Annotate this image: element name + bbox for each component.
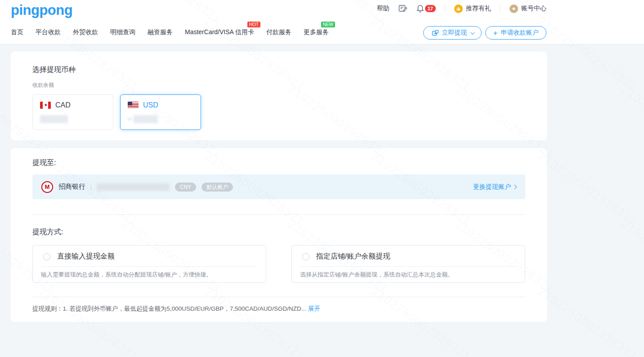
withdraw-icon [432, 30, 439, 36]
main-nav: 首页 平台收款 外贸收款 明细查询 融资服务 MasterCard/VISA 信… [11, 21, 329, 44]
masked-balance-cad [40, 115, 106, 123]
cmb-bank-logo: M [41, 181, 53, 193]
nav-item-payment[interactable]: 付款服务 [266, 28, 291, 36]
new-badge: NEW [321, 22, 335, 27]
bank-name: 招商银行 [58, 183, 85, 191]
withdraw-to-title: 提现至: [32, 158, 56, 168]
currency-select-card: 选择提现币种 收款余额 CAD USD [11, 52, 547, 140]
nav-item-detail-query[interactable]: 明细查询 [110, 28, 135, 36]
divider [500, 5, 501, 12]
divider [445, 5, 445, 12]
nav-item-credit-card-label: MasterCard/VISA 信用卡 [185, 28, 254, 36]
bell-icon [416, 4, 424, 13]
withdraw-method-title: 提现方式: [32, 228, 63, 237]
change-account-link[interactable]: 更换提现账户 [473, 183, 516, 191]
thumbs-up-icon [454, 4, 463, 13]
account-center-label: 账号中心 [521, 4, 546, 13]
top-header: pingpong 帮助 17 [0, 0, 644, 45]
header-utilities: 帮助 17 [377, 3, 546, 14]
section-divider [32, 214, 525, 215]
expand-link[interactable]: 展开 [308, 305, 320, 312]
rules-text: 1. 若提现到外币账户，最低起提金额为5,000USD/EUR/GBP，7,50… [63, 305, 307, 312]
apply-account-button[interactable]: + 申请收款账户 [485, 26, 546, 40]
nav-item-financing[interactable]: 融资服务 [148, 28, 173, 36]
withdraw-page: pingpong 帮助 17 [0, 0, 644, 357]
pingpong-logo[interactable]: pingpong [11, 2, 72, 18]
default-account-tag: 默认账户 [201, 183, 233, 192]
nav-item-home[interactable]: 首页 [11, 28, 23, 36]
method-specify-desc: 选择从指定店铺/账户余额提现，系统自动汇总本次总金额。 [292, 267, 525, 279]
nav-item-platform-collection[interactable]: 平台收款 [36, 28, 61, 36]
referral-link[interactable]: 推荐有礼 [454, 4, 491, 13]
bank-account-row: M 招商银行 CNY 默认账户 更换提现账户 [32, 174, 525, 199]
account-center-link[interactable]: ★ 账号中心 [510, 4, 546, 13]
nav-item-more-services-label: 更多服务 [304, 28, 329, 36]
masked-account-number [97, 183, 170, 191]
method-direct-desc: 输入需要提现的总金额，系统自动分配提现店铺/账户，方便快捷。 [33, 267, 266, 279]
radio-specified-balance[interactable] [302, 253, 309, 260]
rules-label: 提现规则： [32, 305, 63, 312]
hot-badge: HOT [247, 22, 260, 27]
withdraw-rules: 提现规则：1. 若提现到外币账户，最低起提金额为5,000USD/EUR/GBP… [32, 305, 320, 313]
plus-icon: + [493, 29, 498, 37]
balance-label: 收款余额 [32, 81, 54, 89]
notification-count-badge: 17 [425, 5, 436, 12]
canada-flag-icon [40, 102, 51, 109]
chevron-right-icon [513, 185, 517, 189]
radio-direct-amount[interactable] [43, 253, 50, 260]
method-direct-title: 直接输入提现金额 [57, 252, 115, 261]
feedback-edit-icon[interactable] [398, 4, 407, 13]
divider [91, 183, 91, 191]
usa-flag-icon [128, 102, 139, 109]
currency-option-usd[interactable]: USD [120, 94, 201, 130]
withdraw-detail-card: 提现至: M 招商银行 CNY 默认账户 更换提现账户 提现方式: 直接输入提现… [11, 148, 547, 322]
star-icon: ★ [510, 4, 518, 13]
method-option-specified-balance[interactable]: 指定店铺/账户余额提现 选择从指定店铺/账户余额提现，系统自动汇总本次总金额。 [291, 245, 525, 283]
withdraw-now-label: 立即提现 [442, 29, 467, 37]
notification-bell[interactable]: 17 [416, 4, 436, 13]
currency-code-usd: USD [143, 101, 158, 109]
help-link[interactable]: 帮助 [377, 4, 389, 13]
currency-option-cad[interactable]: CAD [32, 94, 113, 130]
change-account-label: 更换提现账户 [473, 183, 511, 191]
withdraw-now-button[interactable]: 立即提现 [423, 26, 482, 40]
currency-tag: CNY [175, 183, 196, 192]
method-option-direct-amount[interactable]: 直接输入提现金额 输入需要提现的总金额，系统自动分配提现店铺/账户，方便快捷。 [32, 245, 266, 283]
nav-item-more-services[interactable]: 更多服务 NEW [304, 28, 329, 36]
nav-item-foreign-trade[interactable]: 外贸收款 [73, 28, 98, 36]
referral-label: 推荐有礼 [466, 4, 491, 13]
apply-account-label: 申请收款账户 [501, 29, 538, 37]
currency-code-cad: CAD [55, 101, 71, 109]
currency-section-title: 选择提现币种 [32, 65, 76, 75]
section-divider [32, 297, 525, 297]
chevron-down-icon [470, 30, 474, 35]
nav-item-credit-card[interactable]: MasterCard/VISA 信用卡 HOT [185, 28, 254, 36]
method-specify-title: 指定店铺/账户余额提现 [316, 252, 390, 261]
masked-balance-usd [128, 115, 193, 123]
